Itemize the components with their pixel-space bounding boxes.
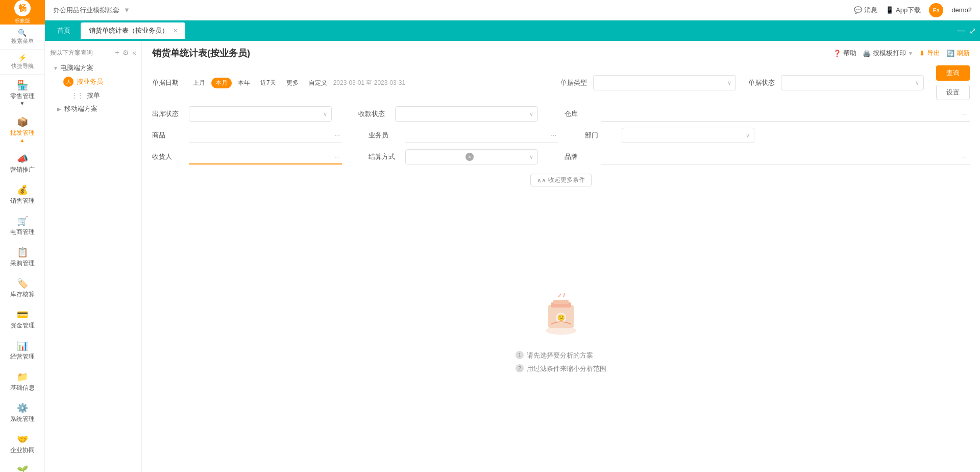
tree-section-desktop: ▼ 电脑端方案 人 按业务员 ⋮⋮ 按单 ▶ 移动端方案 [45,61,141,115]
sidebar-item-wholesale[interactable]: 📦 批发管理 ▲ [0,111,45,148]
page-actions: ❓ 帮助 🖨️ 按模板打印 ▼ ⬇ 导出 🔄 [833,49,970,58]
brand-label: 品牌 [565,152,595,161]
tab-sales-stats[interactable]: 销货单统计表（按业务员） × [81,22,185,39]
sidebar-item-ecommerce[interactable]: 🛒 电商管理 [0,210,45,242]
filter-row-1: 单据日期 上月 本月 本年 近7天 更多 自定义 2023-03-01 至 20… [152,65,970,100]
export-icon: ⬇ [919,50,925,57]
username-label[interactable]: demo2 [951,6,972,14]
topbar-left: 办公用品行业模拟账套 ▼ [53,6,130,15]
brand-input[interactable]: ··· [601,149,970,164]
order-type-dropdown-icon: ∨ [727,80,731,86]
svg-rect-3 [553,300,569,304]
settings-scheme-icon[interactable]: ⚙ [122,49,129,57]
panel-title: 按以下方案查询 [50,49,93,57]
product-label: 商品 [152,131,183,140]
brand-dots[interactable]: ··· [962,153,968,160]
sidebar-item-marketing[interactable]: 📣 营销推广 [0,148,45,179]
product-dots[interactable]: ··· [334,131,340,139]
warehouse-label: 仓库 [565,109,595,119]
salesperson-label: 业务员 [369,131,399,140]
query-button[interactable]: 查询 [936,65,970,81]
out-status-dropdown-icon: ∨ [323,111,327,117]
tabbar: 首页 销货单统计表（按业务员） × — ⤢ [45,20,980,41]
tree-desktop-scheme[interactable]: ▼ 电脑端方案 [49,61,137,75]
order-status-select[interactable]: ∨ [781,75,924,90]
tree-mobile-arrow-icon: ▶ [57,106,61,112]
dept-label: 部门 [585,131,616,140]
sidebar-item-basic[interactable]: 📁 基础信息 [0,366,45,397]
filter-section: 销货单统计表(按业务员) ❓ 帮助 🖨️ 按模板打印 ▼ ⬇ [142,41,980,195]
tree-mobile-scheme[interactable]: ▶ 移动端方案 [49,102,137,115]
order-type-select[interactable]: ∨ [593,75,736,90]
refresh-button[interactable]: 🔄 刷新 [946,49,970,58]
workspace-dropdown-icon[interactable]: ▼ [124,6,130,14]
workspace-title: 办公用品行业模拟账套 [53,6,119,15]
payment-status-label: 收款状态 [358,109,389,119]
date-custom[interactable]: 自定义 [305,78,331,88]
date-year[interactable]: 本年 [234,78,254,88]
tab-close-icon[interactable]: × [174,27,177,34]
sidebar-item-inventory[interactable]: 🏷️ 库存核算 [0,273,45,304]
help-button[interactable]: ❓ 帮助 [833,49,856,58]
left-panel: 按以下方案查询 + ⚙ « ▼ 电脑端方案 人 按业务员 [45,41,142,472]
warehouse-input[interactable]: ··· [601,106,970,122]
help-icon: ❓ [833,50,841,57]
print-dropdown-icon[interactable]: ▼ [908,51,913,56]
panel-header-actions: + ⚙ « [115,48,136,57]
tip-item-1: 1 请先选择要分析的方案 [516,351,606,360]
sidebar-search-menu[interactable]: 🔍 搜索菜单 [0,25,44,50]
tree-item-by-salesperson[interactable]: 人 按业务员 [49,75,137,89]
settlement-label: 结算方式 [369,152,399,161]
consignee-dots[interactable]: ··· [334,153,340,160]
date-prev-month[interactable]: 上月 [189,78,209,88]
tip-item-2: 2 用过滤条件来缩小分析范围 [516,364,606,373]
message-icon: 💬 [854,6,862,14]
date-7days[interactable]: 近7天 [256,78,280,88]
tab-home-label: 首页 [57,26,70,35]
date-label: 单据日期 [152,78,183,87]
empty-tips: 1 请先选择要分析的方案 2 用过滤条件来缩小分析范围 [516,351,606,377]
tab-maximize-icon[interactable]: ⤢ [969,26,976,36]
add-scheme-icon[interactable]: + [115,48,119,57]
collapse-arrow-icon: ∧∧ [537,177,546,184]
sidebar: 畅 标账版 🔍 搜索菜单 ⚡ 快捷导航 🏪 零售管理 ▼ 📦 批发管理 ▲ 📣 … [0,0,45,472]
export-button[interactable]: ⬇ 导出 [919,49,940,58]
filter-row-3: 商品 ··· 业务员 ··· 部门 ∨ [152,128,970,143]
sidebar-item-purchase[interactable]: 📋 采购管理 [0,242,45,273]
tree-item-by-order[interactable]: ⋮⋮ 按单 [49,89,137,102]
payment-status-select[interactable]: ∨ [395,106,538,122]
warehouse-dots[interactable]: ··· [962,110,968,117]
salesperson-dots[interactable]: ··· [551,131,556,139]
settings-button[interactable]: 设置 [936,85,970,100]
out-status-select[interactable]: ∨ [189,106,332,122]
sidebar-item-operations[interactable]: 📊 经营管理 [0,335,45,366]
consignee-input[interactable]: ··· [189,149,342,164]
refresh-icon: 🔄 [946,50,954,57]
message-button[interactable]: 💬 消息 [854,6,877,15]
sidebar-quick-nav[interactable]: ⚡ 快捷导航 [0,50,44,75]
print-template-button[interactable]: 🖨️ 按模板打印 ▼ [863,49,913,58]
tab-home[interactable]: 首页 [49,22,79,39]
product-input[interactable]: ··· [189,128,342,143]
settlement-select[interactable]: × ∨ [405,149,538,164]
dept-select[interactable]: ∨ [622,128,754,143]
collapse-button[interactable]: ∧∧ 收起更多条件 [530,174,592,186]
salesperson-input[interactable]: ··· [405,128,558,143]
filter-row-4: 收货人 ··· 结算方式 × ∨ 品牌 ··· [152,149,970,164]
sidebar-item-newbie[interactable]: 🌱 新手引导 [0,460,45,472]
active-scheme-indicator: 人 [63,77,74,87]
date-more[interactable]: 更多 [282,78,303,88]
tab-minimize-icon[interactable]: — [957,26,965,36]
sidebar-logo[interactable]: 畅 标账版 [0,0,45,25]
date-current-month[interactable]: 本月 [211,78,232,88]
sidebar-item-system[interactable]: ⚙️ 系统管理 [0,397,45,429]
app-download-button[interactable]: 📱 App下载 [886,6,921,15]
sidebar-item-enterprise[interactable]: 🤝 企业协同 [0,429,45,460]
collapse-panel-icon[interactable]: « [132,49,136,57]
sidebar-item-sales[interactable]: 💰 销售管理 [0,179,45,210]
sidebar-item-finance[interactable]: 💳 资金管理 [0,304,45,335]
settlement-x-btn[interactable]: × [465,153,474,161]
user-avatar[interactable]: Ea [929,3,943,17]
svg-line-6 [558,294,561,297]
sidebar-item-retail[interactable]: 🏪 零售管理 ▼ [0,75,45,111]
